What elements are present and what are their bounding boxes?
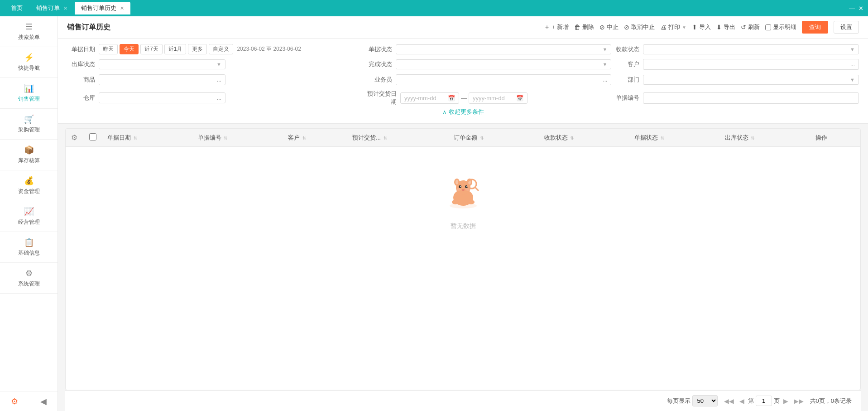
import-button[interactable]: ⬆ 导入 bbox=[692, 23, 711, 31]
customer-sort-icon[interactable]: ⇅ bbox=[302, 135, 306, 140]
delete-button[interactable]: 🗑 删除 bbox=[574, 23, 594, 31]
sidebar-item-label-finance: 资金管理 bbox=[18, 188, 40, 195]
print-icon: 🖨 bbox=[660, 24, 667, 31]
order-no-sort-icon[interactable]: ⇅ bbox=[224, 135, 227, 140]
customer-field[interactable]: ... bbox=[643, 59, 859, 70]
date-last1month-btn[interactable]: 近1月 bbox=[164, 44, 187, 54]
complete-status-arrow: ▼ bbox=[603, 62, 608, 67]
col-order-no: 单据编号 ⇅ bbox=[192, 129, 283, 147]
pagination-footer: 每页显示 10 20 50 100 ◀◀ ◀ 第 页 ▶ ▶▶ 共0页，0条记录 bbox=[65, 390, 861, 411]
display-detail-checkbox[interactable]: 显示明细 bbox=[765, 23, 796, 31]
order-status-sort-icon[interactable]: ⇅ bbox=[661, 135, 664, 140]
order-amount-sort-icon[interactable]: ⇅ bbox=[480, 135, 484, 140]
filter-cell-warehouse: 仓库 ... bbox=[67, 92, 364, 103]
page-number-input[interactable] bbox=[756, 396, 772, 406]
filter-cell-complete-status: 完成状态 ▼ bbox=[364, 59, 612, 69]
sidebar-item-inventory[interactable]: 📦 库存核算 bbox=[0, 140, 58, 170]
date-more-btn[interactable]: 更多 bbox=[188, 44, 207, 54]
svg-point-9 bbox=[460, 186, 461, 187]
date-sort-icon[interactable]: ⇅ bbox=[134, 135, 137, 140]
query-button[interactable]: 查询 bbox=[802, 21, 828, 34]
setting-button[interactable]: 设置 bbox=[834, 21, 859, 34]
sidebar-item-sales-mgmt[interactable]: 📊 销售管理 bbox=[0, 78, 58, 109]
sidebar-item-base-info[interactable]: 📋 基础信息 bbox=[0, 232, 58, 263]
select-all-checkbox[interactable] bbox=[89, 133, 96, 140]
stop-button[interactable]: ⊘ 中止 bbox=[599, 23, 619, 31]
sidebar-item-label-quick-nav: 快捷导航 bbox=[18, 64, 40, 72]
sales-mgmt-icon: 📊 bbox=[24, 83, 34, 93]
import-icon: ⬆ bbox=[692, 24, 697, 31]
sidebar-item-operations[interactable]: 📈 经营管理 bbox=[0, 201, 58, 232]
date-last7-btn[interactable]: 近7天 bbox=[140, 44, 163, 54]
sidebar-item-purchase-mgmt[interactable]: 🛒 采购管理 bbox=[0, 109, 58, 140]
filter-cell-payment-status: 收款状态 ▼ bbox=[611, 44, 859, 54]
stop-icon: ⊘ bbox=[599, 24, 605, 31]
expected-delivery-date-group: yyyy-mm-dd 📅 — yyyy-mm-dd 📅 bbox=[400, 92, 528, 104]
data-table: ⚙ 单据日期 ⇅ 单据编号 ⇅ bbox=[66, 129, 860, 257]
cancel-stop-icon: ⊘ bbox=[624, 24, 629, 31]
payment-status-sort-icon[interactable]: ⇅ bbox=[570, 135, 574, 140]
stock-status-sort-icon[interactable]: ⇅ bbox=[751, 135, 754, 140]
warehouse-label: 仓库 bbox=[67, 94, 99, 102]
payment-status-select[interactable]: ▼ bbox=[643, 44, 859, 54]
order-status-select[interactable]: ▼ bbox=[396, 44, 612, 54]
expected-delivery-end[interactable]: yyyy-mm-dd 📅 bbox=[469, 92, 528, 104]
salesperson-field[interactable]: ... bbox=[396, 74, 612, 85]
col-settings: ⚙ bbox=[66, 129, 84, 147]
stock-out-select[interactable]: ▼ bbox=[99, 59, 225, 69]
expected-delivery-sort-icon[interactable]: ⇅ bbox=[384, 135, 387, 140]
order-no-input[interactable] bbox=[643, 92, 859, 104]
cancel-stop-button[interactable]: ⊘ 取消中止 bbox=[624, 23, 655, 31]
sidebar-item-sys-mgmt[interactable]: ⚙ 系统管理 bbox=[0, 263, 58, 294]
dept-label: 部门 bbox=[611, 76, 643, 84]
date-yesterday-btn[interactable]: 昨天 bbox=[99, 44, 118, 54]
topbar-close[interactable]: ✕ bbox=[858, 5, 863, 12]
svg-point-7 bbox=[459, 185, 461, 188]
expected-delivery-start[interactable]: yyyy-mm-dd 📅 bbox=[400, 92, 459, 104]
export-button[interactable]: ⬇ 导出 bbox=[716, 23, 735, 31]
refresh-button[interactable]: ↺ 刷新 bbox=[741, 23, 760, 31]
sidebar-item-finance[interactable]: 💰 资金管理 bbox=[0, 170, 58, 201]
page-nav-buttons: ◀◀ ◀ 第 页 ▶ ▶▶ bbox=[722, 396, 806, 406]
page-next-btn[interactable]: ▶ bbox=[782, 396, 790, 406]
calendar-end-icon: 📅 bbox=[516, 95, 523, 102]
stock-out-arrow: ▼ bbox=[216, 62, 221, 67]
print-button[interactable]: 🖨 打印 ▼ bbox=[660, 23, 686, 31]
dept-select[interactable]: ▼ bbox=[643, 75, 859, 85]
new-button[interactable]: ＋ + 新增 bbox=[544, 23, 569, 31]
complete-status-select[interactable]: ▼ bbox=[396, 59, 612, 69]
empty-state: 暂无数据 bbox=[66, 147, 860, 257]
order-status-label: 单据状态 bbox=[364, 45, 396, 53]
col-checkbox bbox=[84, 129, 102, 147]
purchase-mgmt-icon: 🛒 bbox=[24, 114, 34, 124]
tab-sales-order-history[interactable]: 销售订单历史 ✕ bbox=[75, 2, 130, 15]
date-range-text: 2023-06-02 至 2023-06-02 bbox=[237, 45, 301, 53]
page-first-btn[interactable]: ◀◀ bbox=[722, 396, 736, 406]
table-settings-icon[interactable]: ⚙ bbox=[71, 134, 77, 141]
topbar-minimize[interactable]: — bbox=[849, 5, 855, 12]
date-today-btn[interactable]: 今天 bbox=[120, 44, 139, 54]
filter-row-4: 仓库 ... 预计交货日期 yyyy-mm-dd 📅 — yyyy bbox=[67, 90, 859, 106]
sidebar-item-search-menu[interactable]: ☰ 搜索菜单 bbox=[0, 16, 58, 47]
date-custom-btn[interactable]: 自定义 bbox=[209, 44, 233, 54]
sidebar-settings-icon[interactable]: ⚙ bbox=[11, 396, 18, 406]
display-detail-input[interactable] bbox=[765, 24, 771, 30]
tab-sales-order-history-close[interactable]: ✕ bbox=[120, 5, 124, 11]
sidebar-item-quick-nav[interactable]: ⚡ 快捷导航 bbox=[0, 47, 58, 78]
goods-field[interactable]: ... bbox=[99, 74, 225, 85]
refresh-icon: ↺ bbox=[741, 24, 746, 31]
warehouse-field[interactable]: ... bbox=[99, 92, 225, 103]
per-page-select[interactable]: 10 20 50 100 bbox=[692, 395, 718, 406]
filter-cell-goods: 商品 ... bbox=[67, 74, 364, 85]
payment-status-arrow: ▼ bbox=[850, 47, 855, 52]
tab-sales-order[interactable]: 销售订单 ✕ bbox=[30, 2, 74, 15]
svg-point-17 bbox=[467, 200, 475, 204]
collapse-row[interactable]: ∧ 收起更多条件 bbox=[67, 106, 859, 118]
toolbar: ＋ + 新增 🗑 删除 ⊘ 中止 ⊘ 取消中止 🖨 打印 bbox=[544, 21, 859, 34]
sidebar-toggle-icon[interactable]: ◀ bbox=[40, 396, 47, 406]
sidebar-item-label-operations: 经营管理 bbox=[18, 218, 40, 226]
tab-sales-order-close[interactable]: ✕ bbox=[63, 5, 67, 11]
tab-home[interactable]: 首页 bbox=[5, 2, 29, 15]
page-last-btn[interactable]: ▶▶ bbox=[792, 396, 806, 406]
page-prev-btn[interactable]: ◀ bbox=[738, 396, 746, 406]
